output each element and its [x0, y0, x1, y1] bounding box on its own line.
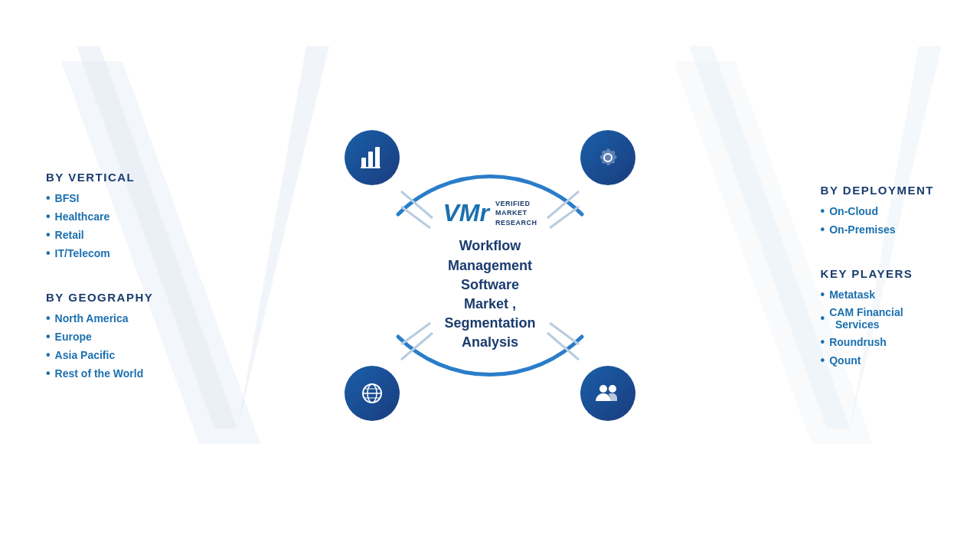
svg-point-18 [609, 385, 616, 393]
deployment-item-on-cloud: On-Cloud [821, 204, 934, 218]
vertical-item-retail: Retail [46, 228, 153, 242]
left-panels: BY VERTICAL BFSI Healthcare Retail IT/Te… [46, 171, 153, 380]
deployment-item-on-premises: On-Premises [821, 223, 934, 236]
vmr-symbol: VMr [443, 199, 489, 227]
vmr-text: VERIFIED MARKET RESEARCH [495, 199, 537, 228]
users-icon [580, 366, 635, 421]
svg-rect-11 [361, 167, 381, 168]
deployment-section: BY DEPLOYMENT On-Cloud On-Premises [821, 184, 934, 236]
geography-item-europe: Europe [46, 330, 153, 344]
right-panels: BY DEPLOYMENT On-Cloud On-Premises KEY P… [821, 184, 934, 367]
key-players-title: KEY PLAYERS [821, 267, 934, 280]
svg-line-5 [401, 323, 430, 344]
geography-title: BY GEOGRAPHY [46, 291, 153, 304]
svg-rect-10 [375, 147, 380, 168]
vertical-title: BY VERTICAL [46, 171, 153, 184]
center-diagram: VMr VERIFIED MARKET RESEARCH Workflow Ma… [322, 107, 658, 444]
vertical-section: BY VERTICAL BFSI Healthcare Retail IT/Te… [46, 171, 153, 260]
geography-section: BY GEOGRAPHY North America Europe Asia P… [46, 291, 153, 380]
key-players-list: Metatask CAM Financial Services Roundrus… [821, 288, 934, 367]
geography-item-north-america: North America [46, 311, 153, 325]
svg-point-17 [599, 385, 607, 393]
center-content: VMr VERIFIED MARKET RESEARCH Workflow Ma… [443, 199, 537, 353]
deployment-title: BY DEPLOYMENT [821, 184, 934, 197]
vertical-item-healthcare: Healthcare [46, 210, 153, 223]
main-title: Workflow Management Software Market , Se… [444, 236, 535, 352]
key-players-section: KEY PLAYERS Metatask CAM Financial Servi… [821, 267, 934, 367]
geography-item-asia-pacific: Asia Pacific [46, 348, 153, 362]
geography-item-rest-of-world: Rest of the World [46, 367, 153, 380]
key-player-qount: Qount [821, 354, 934, 367]
vertical-item-ittelecom: IT/Telecom [46, 246, 153, 260]
key-player-metatask: Metatask [821, 288, 934, 302]
key-player-roundrush: Roundrush [821, 335, 934, 349]
vertical-list: BFSI Healthcare Retail IT/Telecom [46, 191, 153, 260]
deployment-list: On-Cloud On-Premises [821, 204, 934, 236]
vertical-item-bfsi: BFSI [46, 191, 153, 205]
globe-icon [345, 366, 400, 421]
vmr-logo: VMr VERIFIED MARKET RESEARCH [443, 199, 537, 228]
svg-rect-8 [361, 158, 366, 168]
gear-icon [580, 130, 635, 185]
svg-rect-9 [368, 152, 373, 168]
bar-chart-icon [345, 130, 400, 185]
svg-line-1 [401, 207, 430, 228]
key-player-cam: CAM Financial Services [821, 306, 934, 331]
svg-line-7 [550, 323, 579, 344]
geography-list: North America Europe Asia Pacific Rest o… [46, 311, 153, 380]
svg-line-3 [550, 207, 579, 228]
